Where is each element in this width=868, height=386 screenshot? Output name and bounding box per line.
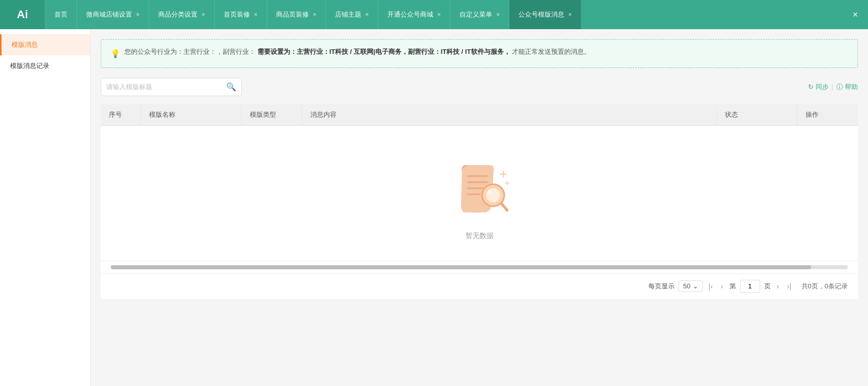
- nav-tab-close-1[interactable]: ×: [136, 11, 140, 18]
- scrollbar-track[interactable]: [111, 265, 848, 269]
- main-layout: 模版消息模版消息记录 💡 您的公众号行业为：主营行业：，副营行业： 需要设置为：…: [0, 29, 868, 386]
- empty-state: 暂无数据: [101, 126, 858, 261]
- nav-tab-close-8[interactable]: ×: [568, 11, 572, 18]
- help-icon: ⓘ: [836, 83, 843, 92]
- table-header: 序号 模版名称 模版类型 消息内容 状态 操作: [101, 104, 858, 126]
- pagination: 每页显示 50 ⌄ |‹ ‹ 第 页 › ›| 共0页，0条记录: [101, 273, 858, 299]
- per-page-label: 每页显示: [648, 282, 675, 291]
- nav-tab-5[interactable]: 店铺主题×: [326, 0, 378, 29]
- search-icon[interactable]: 🔍: [226, 82, 236, 92]
- alert-text: 您的公众号行业为：主营行业：，副营行业： 需要设置为：主营行业：IT科技 / 互…: [124, 47, 590, 57]
- nav-tab-close-6[interactable]: ×: [437, 11, 441, 18]
- nav-tab-close-7[interactable]: ×: [496, 11, 500, 18]
- sync-button[interactable]: ↻ 同步: [808, 83, 829, 92]
- sidebar-items: 模版消息模版消息记录: [0, 34, 90, 76]
- total-info: 共0页，0条记录: [802, 282, 848, 291]
- th-type: 模版类型: [242, 104, 302, 125]
- nav-tabs: 首页微商城店铺设置×商品分类设置×首页装修×商品页装修×店铺主题×开通公众号商城…: [45, 0, 842, 29]
- toolbar-divider: |: [832, 83, 833, 91]
- search-input[interactable]: [106, 83, 223, 91]
- nav-tab-close-5[interactable]: ×: [365, 11, 369, 18]
- th-content: 消息内容: [302, 104, 717, 125]
- svg-point-8: [488, 190, 492, 194]
- nav-tab-label-1: 微商城店铺设置: [86, 10, 132, 19]
- close-all-button[interactable]: ×: [842, 0, 868, 29]
- sidebar: 模版消息模版消息记录: [0, 29, 91, 386]
- svg-line-7: [501, 203, 507, 210]
- toolbar-right: ↻ 同步 | ⓘ 帮助: [808, 83, 858, 92]
- nav-tab-0[interactable]: 首页: [45, 0, 77, 29]
- nav-tab-label-0: 首页: [54, 10, 68, 19]
- content-area: 💡 您的公众号行业为：主营行业：，副营行业： 需要设置为：主营行业：IT科技 /…: [91, 29, 868, 386]
- th-seq: 序号: [101, 104, 141, 125]
- alert-icon: 💡: [110, 47, 120, 60]
- nav-tab-close-3[interactable]: ×: [254, 11, 257, 18]
- sidebar-item-0[interactable]: 模版消息: [0, 34, 90, 55]
- alert-banner: 💡 您的公众号行业为：主营行业：，副营行业： 需要设置为：主营行业：IT科技 /…: [101, 39, 858, 68]
- th-name: 模版名称: [141, 104, 242, 125]
- logo: Ai: [0, 0, 45, 29]
- empty-text: 暂无数据: [465, 231, 494, 241]
- help-button[interactable]: ⓘ 帮助: [836, 83, 858, 92]
- th-action: 操作: [797, 104, 858, 125]
- nav-tab-label-5: 店铺主题: [335, 10, 361, 19]
- nav-tab-4[interactable]: 商品页装修×: [267, 0, 326, 29]
- nav-tab-1[interactable]: 微商城店铺设置×: [77, 0, 149, 29]
- svg-point-6: [486, 188, 500, 202]
- per-page-select[interactable]: 50 ⌄: [679, 280, 702, 292]
- nav-tab-close-2[interactable]: ×: [202, 11, 205, 18]
- th-status: 状态: [717, 104, 797, 125]
- table-container: 序号 模版名称 模版类型 消息内容 状态 操作: [101, 104, 858, 299]
- first-page-button[interactable]: |‹: [707, 281, 715, 291]
- prev-page-button[interactable]: ‹: [719, 281, 725, 291]
- nav-tab-label-2: 商品分类设置: [158, 10, 197, 19]
- nav-tab-label-3: 首页装修: [224, 10, 250, 19]
- nav-tab-3[interactable]: 首页装修×: [215, 0, 267, 29]
- search-bar: 🔍 ↻ 同步 | ⓘ 帮助: [101, 78, 858, 96]
- nav-tab-6[interactable]: 开通公众号商城×: [378, 0, 450, 29]
- page-label-before: 第: [729, 282, 736, 291]
- nav-tab-label-4: 商品页装修: [276, 10, 309, 19]
- dropdown-icon: ⌄: [693, 282, 698, 290]
- nav-tab-label-6: 开通公众号商城: [387, 10, 433, 19]
- nav-tab-8[interactable]: 公众号模版消息×: [509, 0, 581, 29]
- scrollbar-area: [101, 261, 858, 273]
- nav-tab-7[interactable]: 自定义菜单×: [450, 0, 509, 29]
- sync-icon: ↻: [808, 83, 814, 91]
- next-page-button[interactable]: ›: [775, 281, 781, 291]
- search-input-wrap[interactable]: 🔍: [101, 78, 242, 96]
- nav-tab-2[interactable]: 商品分类设置×: [149, 0, 215, 29]
- sidebar-item-1[interactable]: 模版消息记录: [0, 55, 90, 76]
- scrollbar-thumb[interactable]: [111, 265, 811, 269]
- page-label-after: 页: [764, 282, 771, 291]
- nav-tab-label-7: 自定义菜单: [459, 10, 492, 19]
- empty-illustration: [447, 156, 512, 221]
- nav-tab-close-4[interactable]: ×: [313, 11, 316, 18]
- page-number-input[interactable]: [740, 280, 760, 293]
- top-nav: Ai 首页微商城店铺设置×商品分类设置×首页装修×商品页装修×店铺主题×开通公众…: [0, 0, 868, 29]
- nav-tab-label-8: 公众号模版消息: [518, 10, 564, 19]
- last-page-button[interactable]: ›|: [785, 281, 793, 291]
